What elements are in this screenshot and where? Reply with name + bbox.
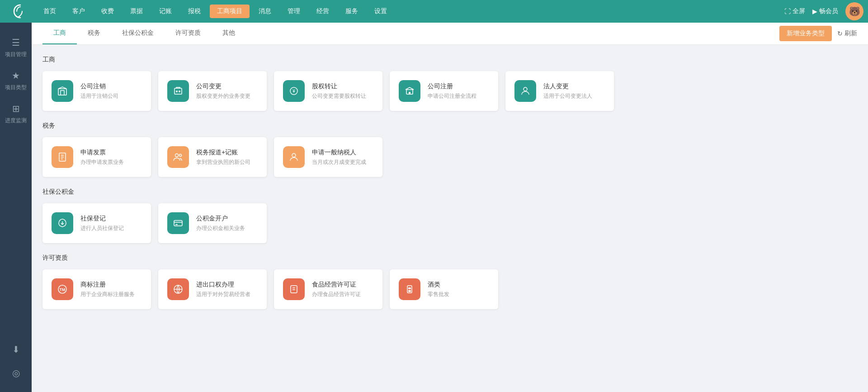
card-申请发票[interactable]: 申请发票 办理申请发票业务 xyxy=(42,137,151,177)
sidebar-label: 项目类型 xyxy=(5,84,27,91)
card-info: 税务报道+记账 拿到营业执照的新公司 xyxy=(196,148,250,166)
card-title: 法人变更 xyxy=(543,82,592,91)
card-icon xyxy=(52,80,73,102)
cards-grid: 社保登记 进行人员社保登记 公积金开户 办理公积金相关业务 xyxy=(42,203,857,243)
sidebar-item-进度监测[interactable]: ⊞进度监测 xyxy=(0,97,32,130)
card-icon xyxy=(283,278,305,300)
tab-工商[interactable]: 工商 xyxy=(42,23,77,44)
card-info: 申请发票 办理申请发票业务 xyxy=(80,148,124,166)
sidebar-item-项目管理[interactable]: ☰项目管理 xyxy=(0,31,32,64)
sidebar-bottom-icon: ◎ xyxy=(9,367,22,379)
card-info: 公司注册 申请公司注册全流程 xyxy=(428,82,476,100)
card-icon xyxy=(399,80,420,102)
nav-item-消息[interactable]: 消息 xyxy=(251,5,278,18)
card-desc: 办理公积金相关业务 xyxy=(196,225,245,232)
card-税务报道+记账[interactable]: 税务报道+记账 拿到营业执照的新公司 xyxy=(158,137,267,177)
card-icon xyxy=(399,278,420,300)
card-icon xyxy=(283,146,305,168)
svg-point-2 xyxy=(176,91,178,92)
nav-item-首页[interactable]: 首页 xyxy=(36,5,63,18)
card-info: 社保登记 进行人员社保登记 xyxy=(80,215,124,232)
card-icon: TM xyxy=(52,278,73,300)
nav-item-记账[interactable]: 记账 xyxy=(152,5,179,18)
card-title: 公司注销 xyxy=(80,82,118,91)
vip-button[interactable]: ▶ 畅会员 xyxy=(812,7,838,15)
add-type-button[interactable]: 新增业务类型 xyxy=(779,26,832,41)
card-进出口权办理[interactable]: 进出口权办理 适用于对外贸易经营者 xyxy=(158,269,267,309)
sidebar-icon: ⊞ xyxy=(9,102,22,115)
card-desc: 股权变更外的业务变更 xyxy=(196,92,250,100)
card-info: 股权转让 公司变更需要股权转让 xyxy=(312,82,366,100)
card-desc: 公司变更需要股权转让 xyxy=(312,92,366,100)
card-title: 商标注册 xyxy=(80,281,135,289)
card-icon xyxy=(167,80,189,102)
card-法人变更[interactable]: 法人变更 适用于公司变更法人 xyxy=(505,71,614,111)
card-desc: 当月或次月成变更完成 xyxy=(312,158,366,166)
scrollable-content: 工商 公司注销 适用于注销公司 公司变更 股权变更外的业务变更 ¥ 股权转让 xyxy=(32,45,868,392)
card-desc: 拿到营业执照的新公司 xyxy=(196,158,250,166)
card-title: 公司变更 xyxy=(196,82,250,91)
card-icon xyxy=(52,146,73,168)
nav-item-客户[interactable]: 客户 xyxy=(65,5,92,18)
card-icon xyxy=(167,278,189,300)
card-icon xyxy=(514,80,536,102)
tab-许可资质[interactable]: 许可资质 xyxy=(165,23,212,44)
svg-rect-0 xyxy=(58,89,66,95)
nav-item-经营[interactable]: 经营 xyxy=(309,5,336,18)
svg-text:¥: ¥ xyxy=(292,89,295,94)
sidebar-bottom: ⬇◎ xyxy=(0,338,32,392)
logo-icon xyxy=(12,3,28,19)
top-navigation: 首页客户收费票据记账报税工商项目消息管理经营服务设置 ⛶ 全屏 ▶ 畅会员 🐻 xyxy=(0,0,868,23)
logo-area xyxy=(5,3,36,19)
card-申请一般纳税人[interactable]: 申请一般纳税人 当月或次月成变更完成 xyxy=(274,137,382,177)
card-info: 公积金开户 办理公积金相关业务 xyxy=(196,215,245,232)
section-社保公积金: 社保公积金 社保登记 进行人员社保登记 公积金开户 办理公积金相关业务 xyxy=(42,188,857,243)
card-公司注册[interactable]: 公司注册 申请公司注册全流程 xyxy=(390,71,498,111)
card-商标注册[interactable]: TM 商标注册 用于企业商标注册服务 xyxy=(42,269,151,309)
card-食品经营许可证[interactable]: 食品经营许可证 办理食品经营许可证 xyxy=(274,269,382,309)
refresh-button[interactable]: ↻ 刷新 xyxy=(837,29,857,38)
card-desc: 适用于对外贸易经营者 xyxy=(196,291,250,298)
sidebar-bottom-item[interactable]: ⬇ xyxy=(0,338,32,361)
card-公司注销[interactable]: 公司注销 适用于注销公司 xyxy=(42,71,151,111)
sidebar-icon: ★ xyxy=(9,69,22,82)
sidebar-icon: ☰ xyxy=(9,36,22,49)
sidebar-bottom-item[interactable]: ◎ xyxy=(0,361,32,385)
tab-社保公积金[interactable]: 社保公积金 xyxy=(111,23,165,44)
nav-item-工商项目[interactable]: 工商项目 xyxy=(210,5,250,18)
nav-item-设置[interactable]: 设置 xyxy=(367,5,394,18)
card-title: 食品经营许可证 xyxy=(312,281,361,289)
sidebar-label: 进度监测 xyxy=(5,117,27,124)
card-title: 酒类 xyxy=(428,281,449,289)
section-工商: 工商 公司注销 适用于注销公司 公司变更 股权变更外的业务变更 ¥ 股权转让 xyxy=(42,56,857,111)
card-title: 税务报道+记账 xyxy=(196,148,250,157)
cards-grid: 公司注销 适用于注销公司 公司变更 股权变更外的业务变更 ¥ 股权转让 公司变更… xyxy=(42,71,857,111)
nav-item-管理[interactable]: 管理 xyxy=(280,5,307,18)
card-公司变更[interactable]: 公司变更 股权变更外的业务变更 xyxy=(158,71,267,111)
fullscreen-label: 全屏 xyxy=(793,7,805,15)
tab-其他[interactable]: 其他 xyxy=(212,23,246,44)
vip-icon: ▶ xyxy=(812,8,817,15)
card-股权转让[interactable]: ¥ 股权转让 公司变更需要股权转让 xyxy=(274,71,382,111)
nav-item-收费[interactable]: 收费 xyxy=(94,5,121,18)
card-酒类[interactable]: 酒类 零售批发 xyxy=(390,269,498,309)
nav-item-票据[interactable]: 票据 xyxy=(123,5,150,18)
sidebar: ☰项目管理★项目类型⊞进度监测 ⬇◎ xyxy=(0,23,32,392)
sidebar-label: 项目管理 xyxy=(5,51,27,58)
card-公积金开户[interactable]: 公积金开户 办理公积金相关业务 xyxy=(158,203,267,243)
card-icon: ¥ xyxy=(283,80,305,102)
sidebar-item-项目类型[interactable]: ★项目类型 xyxy=(0,64,32,97)
fullscreen-button[interactable]: ⛶ 全屏 xyxy=(784,7,805,15)
card-icon xyxy=(167,212,189,234)
card-title: 股权转让 xyxy=(312,82,366,91)
tab-bar: 工商税务社保公积金许可资质其他 新增业务类型 ↻ 刷新 xyxy=(32,23,868,45)
card-icon xyxy=(52,212,73,234)
section-title: 社保公积金 xyxy=(42,188,857,196)
card-desc: 进行人员社保登记 xyxy=(80,225,124,232)
mascot-avatar: 🐻 xyxy=(845,2,863,20)
nav-item-报税[interactable]: 报税 xyxy=(181,5,208,18)
nav-item-服务[interactable]: 服务 xyxy=(338,5,365,18)
card-社保登记[interactable]: 社保登记 进行人员社保登记 xyxy=(42,203,151,243)
tab-税务[interactable]: 税务 xyxy=(77,23,111,44)
section-许可资质: 许可资质 TM 商标注册 用于企业商标注册服务 进出口权办理 适用于对外贸易经营… xyxy=(42,254,857,309)
